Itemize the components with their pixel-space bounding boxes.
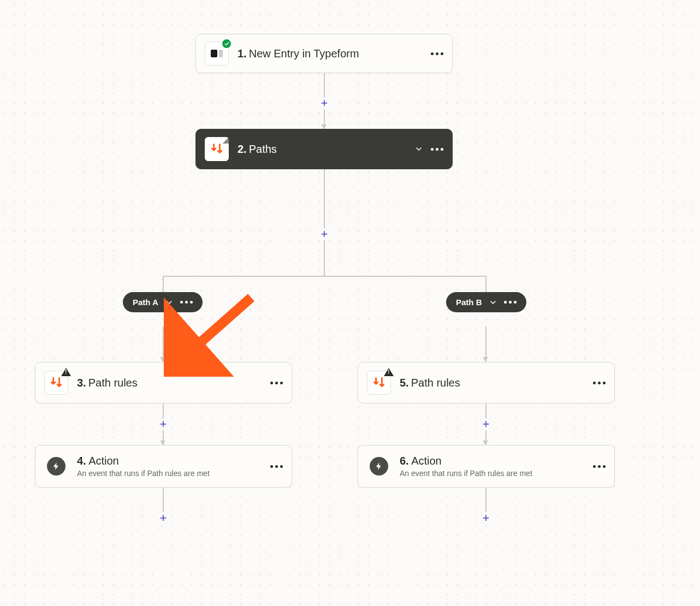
arrowhead-icon xyxy=(160,441,165,445)
typeform-icon xyxy=(205,41,229,66)
workflow-canvas[interactable]: + + + + + + 1. New Entry in Typeform xyxy=(0,0,700,606)
step-subtitle: An event that runs if Path rules are met xyxy=(77,469,265,478)
plus-icon: + xyxy=(483,511,490,525)
path-pill-a[interactable]: Path A xyxy=(123,292,203,312)
paths-icon xyxy=(205,137,229,161)
add-step-button[interactable]: + xyxy=(480,418,492,430)
step-path-b-rules[interactable]: 5. Path rules xyxy=(358,362,615,403)
more-menu-button[interactable] xyxy=(180,301,193,304)
plus-icon: + xyxy=(321,96,328,110)
arrowhead-icon xyxy=(160,357,165,361)
step-title: Paths xyxy=(249,143,277,156)
connector-line xyxy=(163,276,486,277)
more-menu-button[interactable] xyxy=(504,301,517,304)
path-pill-b[interactable]: Path B xyxy=(446,292,526,312)
plus-icon: + xyxy=(321,227,328,241)
step-number: 5. xyxy=(400,377,409,389)
more-menu-button[interactable] xyxy=(431,52,443,55)
plus-icon: + xyxy=(160,511,167,525)
add-step-button[interactable]: + xyxy=(157,418,169,430)
step-paths[interactable]: 2. Paths xyxy=(195,129,453,169)
step-number: 6. xyxy=(400,455,409,467)
chevron-down-icon[interactable] xyxy=(165,298,174,307)
step-title: Action xyxy=(411,455,442,467)
arrowhead-icon xyxy=(321,124,327,129)
plus-icon: + xyxy=(483,417,490,431)
warning-badge-icon xyxy=(384,368,394,376)
step-number: 4. xyxy=(77,455,86,467)
add-step-button[interactable]: + xyxy=(157,512,169,524)
step-number: 1. xyxy=(238,47,247,60)
arrowhead-icon xyxy=(483,441,488,445)
more-menu-button[interactable] xyxy=(593,465,606,468)
chevron-down-icon[interactable] xyxy=(414,145,423,153)
success-badge-icon xyxy=(221,38,232,49)
step-title: Action xyxy=(88,455,119,467)
step-trigger[interactable]: 1. New Entry in Typeform xyxy=(195,34,453,73)
step-path-b-action[interactable]: 6. Action An event that runs if Path rul… xyxy=(358,445,615,488)
step-path-a-action[interactable]: 4. Action An event that runs if Path rul… xyxy=(35,445,292,488)
step-title: Path rules xyxy=(411,377,460,389)
step-title: Path rules xyxy=(88,377,138,389)
warning-badge-icon xyxy=(61,368,71,376)
arrowhead-icon xyxy=(483,357,488,361)
step-path-a-rules[interactable]: 3. Path rules xyxy=(35,362,292,403)
more-menu-button[interactable] xyxy=(431,148,443,151)
action-icon xyxy=(367,454,391,478)
path-label: Path B xyxy=(456,298,482,307)
connector-line xyxy=(163,276,164,292)
more-menu-button[interactable] xyxy=(270,465,283,468)
step-title: New Entry in Typeform xyxy=(249,47,359,60)
add-step-button[interactable]: + xyxy=(318,97,330,109)
plus-icon: + xyxy=(160,417,167,431)
connector-line xyxy=(324,169,325,276)
action-icon xyxy=(44,454,68,478)
paths-icon xyxy=(44,371,68,395)
more-menu-button[interactable] xyxy=(593,382,606,384)
connector-line xyxy=(485,276,487,292)
step-subtitle: An event that runs if Path rules are met xyxy=(400,469,588,478)
path-label: Path A xyxy=(133,298,158,307)
step-number: 2. xyxy=(238,143,247,156)
chevron-down-icon[interactable] xyxy=(489,298,497,307)
fold-badge-icon xyxy=(222,137,229,144)
step-number: 3. xyxy=(77,377,86,389)
paths-icon xyxy=(367,371,391,395)
more-menu-button[interactable] xyxy=(270,382,283,384)
add-step-button[interactable]: + xyxy=(480,512,492,524)
add-step-button[interactable]: + xyxy=(318,228,330,240)
